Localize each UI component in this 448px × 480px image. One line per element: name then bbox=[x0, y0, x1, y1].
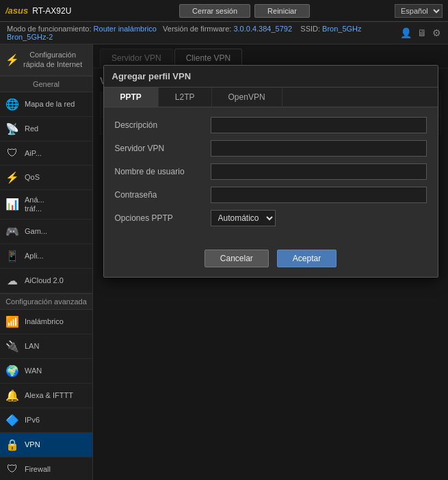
network-icon: 🖥 bbox=[417, 27, 427, 38]
dialog-title: Agregar perfil VPN bbox=[104, 66, 438, 88]
sidebar-item-mapa-red-label: Mapa de la red bbox=[25, 100, 75, 108]
form-row-contrasena: Contraseña bbox=[115, 187, 427, 203]
sidebar-item-gaming[interactable]: 🎮 Gam... bbox=[0, 219, 92, 244]
logo-asus: /asus bbox=[5, 5, 28, 16]
status-bar: Modo de funcionamiento: Router inalámbri… bbox=[0, 22, 448, 44]
form-row-descripcion: Descripción bbox=[115, 117, 427, 133]
sidebar-item-aiprotection[interactable]: 🛡 AiP... bbox=[0, 142, 92, 165]
servidor-label: Servidor VPN bbox=[115, 144, 204, 153]
sidebar-item-lan[interactable]: 🔌 LAN bbox=[0, 334, 92, 359]
sidebar-quick-label: Configuraciónrápida de Internet bbox=[23, 50, 82, 70]
servidor-input[interactable] bbox=[211, 140, 427, 157]
sidebar-item-vpn[interactable]: 🔒 VPN bbox=[0, 433, 92, 457]
sidebar-item-aplicaciones-label: Apli... bbox=[25, 252, 44, 260]
aicloud-icon: ☁ bbox=[5, 274, 19, 287]
dialog-tab-l2tp[interactable]: L2TP bbox=[159, 88, 212, 107]
firewall-icon: 🛡 bbox=[5, 463, 19, 475]
mode-label: Modo de funcionamiento: bbox=[7, 25, 92, 33]
sidebar-item-lan-label: LAN bbox=[25, 342, 39, 350]
dialog-tab-openvpn[interactable]: OpenVPN bbox=[212, 88, 282, 107]
sidebar-item-alexa-label: Alexa & IFTTT bbox=[25, 391, 73, 399]
aiprotection-icon: 🛡 bbox=[5, 147, 19, 159]
sidebar-item-aplicaciones[interactable]: 📱 Apli... bbox=[0, 244, 92, 269]
lan-icon: 🔌 bbox=[5, 340, 19, 353]
advanced-section-label: Configuración avanzada bbox=[0, 293, 92, 310]
sidebar-item-gaming-label: Gam... bbox=[25, 227, 47, 235]
sidebar-item-aicloud[interactable]: ☁ AiCloud 2.0 bbox=[0, 269, 92, 293]
dialog-overlay: Agregar perfil VPN PPTP L2TP OpenVPN Des… bbox=[93, 44, 448, 480]
vpn-icon: 🔒 bbox=[5, 438, 19, 451]
aplicaciones-icon: 📱 bbox=[5, 250, 19, 263]
sidebar-item-wan-label: WAN bbox=[25, 366, 42, 375]
ssid-5g[interactable]: Bron_5GHz-2 bbox=[7, 33, 53, 41]
usuario-label: Nombre de usuario bbox=[115, 167, 204, 176]
fw-value[interactable]: 3.0.0.4.384_5792 bbox=[233, 25, 292, 33]
user-icon: 👤 bbox=[400, 27, 412, 38]
usuario-input[interactable] bbox=[211, 163, 427, 180]
sidebar-item-inalambrico[interactable]: 📶 Inalámbrico bbox=[0, 310, 92, 334]
logo-area: /asus RT-AX92U bbox=[5, 5, 94, 16]
logo-model: RT-AX92U bbox=[32, 6, 71, 16]
sidebar-item-alexa[interactable]: 🔔 Alexa & IFTTT bbox=[0, 384, 92, 408]
sidebar-item-wan[interactable]: 🌍 WAN bbox=[0, 359, 92, 384]
top-bar: /asus RT-AX92U Cerrar sesión Reiniciar E… bbox=[0, 0, 448, 22]
add-vpn-dialog: Agregar perfil VPN PPTP L2TP OpenVPN Des… bbox=[103, 65, 438, 278]
main-layout: ⚡ Configuraciónrápida de Internet Genera… bbox=[0, 44, 448, 480]
sidebar-item-ipv6-label: IPv6 bbox=[25, 416, 40, 424]
dialog-tabs: PPTP L2TP OpenVPN bbox=[104, 88, 438, 107]
status-icons: 👤 🖥 ⚙ bbox=[400, 27, 441, 38]
language-select[interactable]: Español English bbox=[395, 4, 443, 18]
general-section-label: General bbox=[0, 76, 92, 92]
mode-value[interactable]: Router inalámbrico bbox=[94, 25, 157, 33]
alexa-icon: 🔔 bbox=[5, 389, 19, 402]
dialog-body: Descripción Servidor VPN Nombre de usuar… bbox=[104, 107, 438, 243]
sidebar-item-aiprotection-label: AiP... bbox=[25, 149, 42, 157]
analisis-icon: 📊 bbox=[5, 198, 19, 211]
red-icon: 📡 bbox=[5, 122, 19, 135]
dialog-actions: Cancelar Aceptar bbox=[104, 243, 438, 277]
sidebar-item-red[interactable]: 📡 Red bbox=[0, 117, 92, 142]
sidebar-quick-internet[interactable]: ⚡ Configuraciónrápida de Internet bbox=[0, 44, 92, 76]
form-row-opciones: Opciones PPTP Automático MPPE 128 MPPE 4… bbox=[115, 210, 427, 226]
sidebar-item-vpn-label: VPN bbox=[25, 440, 40, 449]
descripcion-input[interactable] bbox=[211, 117, 427, 133]
sidebar-item-red-label: Red bbox=[25, 124, 38, 133]
sidebar-item-mapa-red[interactable]: 🌐 Mapa de la red bbox=[0, 92, 92, 117]
opciones-label: Opciones PPTP bbox=[115, 213, 204, 223]
pptp-options-select[interactable]: Automático MPPE 128 MPPE 40 Sin cifrado bbox=[211, 210, 276, 226]
form-row-servidor: Servidor VPN bbox=[115, 140, 427, 157]
lang-area: Español English bbox=[395, 4, 443, 18]
dialog-tab-pptp[interactable]: PPTP bbox=[104, 88, 159, 107]
cancel-button[interactable]: Cancelar bbox=[205, 250, 269, 267]
sidebar-item-inalambrico-label: Inalámbrico bbox=[25, 317, 64, 325]
status-info: Modo de funcionamiento: Router inalámbri… bbox=[7, 25, 400, 41]
sidebar-item-firewall[interactable]: 🛡 Firewall bbox=[0, 457, 92, 480]
inalambrico-icon: 📶 bbox=[5, 315, 19, 328]
fw-label: Versión de firmware: bbox=[163, 25, 231, 33]
content-area: Servidor VPN Cliente VPN VPN - Cliente V… bbox=[93, 44, 448, 480]
sidebar-item-ipv6[interactable]: 🔷 IPv6 bbox=[0, 408, 92, 433]
sidebar-item-aicloud-label: AiCloud 2.0 bbox=[25, 276, 64, 284]
contrasena-label: Contraseña bbox=[115, 190, 204, 200]
cerrar-sesion-button[interactable]: Cerrar sesión bbox=[179, 4, 250, 18]
sidebar-item-qos[interactable]: ⚡ QoS bbox=[0, 165, 92, 190]
ssid-label: SSID: bbox=[300, 25, 320, 33]
contrasena-input[interactable] bbox=[211, 187, 427, 203]
form-row-usuario: Nombre de usuario bbox=[115, 163, 427, 180]
sidebar-item-analisis-label: Aná...tráf... bbox=[25, 196, 44, 213]
descripcion-label: Descripción bbox=[115, 120, 204, 130]
qos-icon: ⚡ bbox=[5, 171, 19, 184]
quick-internet-icon: ⚡ bbox=[5, 53, 19, 66]
mapa-red-icon: 🌐 bbox=[5, 98, 19, 111]
reiniciar-button[interactable]: Reiniciar bbox=[254, 4, 310, 18]
sidebar: ⚡ Configuraciónrápida de Internet Genera… bbox=[0, 44, 93, 480]
accept-button[interactable]: Aceptar bbox=[277, 250, 337, 267]
sidebar-item-qos-label: QoS bbox=[25, 173, 40, 181]
ssid-2g[interactable]: Bron_5GHz bbox=[322, 25, 361, 33]
ipv6-icon: 🔷 bbox=[5, 414, 19, 427]
settings-icon: ⚙ bbox=[432, 27, 441, 38]
sidebar-item-firewall-label: Firewall bbox=[25, 465, 51, 473]
sidebar-item-analisis[interactable]: 📊 Aná...tráf... bbox=[0, 190, 92, 219]
wan-icon: 🌍 bbox=[5, 364, 19, 377]
gaming-icon: 🎮 bbox=[5, 225, 19, 238]
